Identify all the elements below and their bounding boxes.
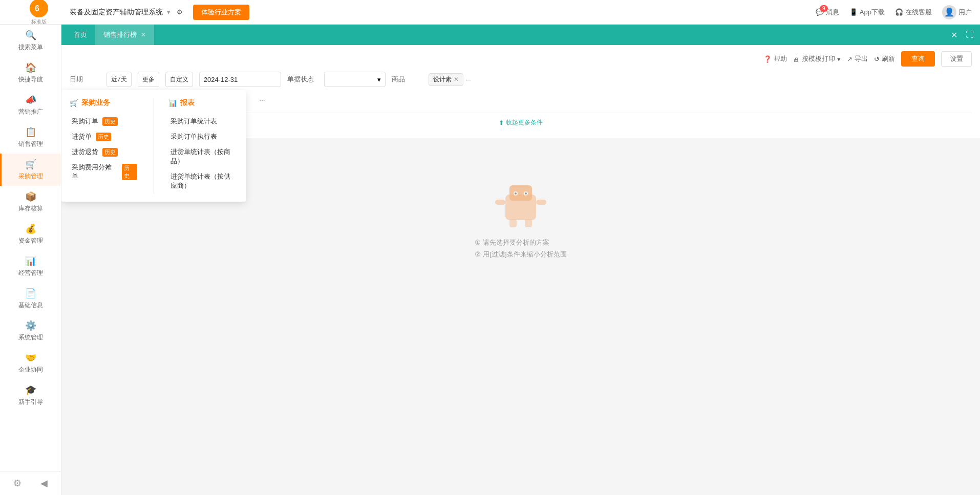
sidebar-label-search-menu: 搜索菜单 — [18, 43, 43, 52]
goods-tag-value: 设计素 — [433, 75, 452, 84]
menu-divider — [154, 98, 154, 193]
menu-item-goods-stat-by-supplier[interactable]: 进货单统计表（按供应商） — [168, 169, 238, 193]
empty-tip-1: 请先选择要分析的方案 — [475, 236, 566, 248]
system-dropdown-arrow[interactable]: ▾ — [167, 8, 171, 16]
tab-bar-resize-icon[interactable]: ⛶ — [964, 28, 976, 41]
date-label: 日期 — [70, 75, 100, 84]
date-more-label: 更多 — [142, 75, 155, 84]
purchase-expense-history[interactable]: 历史 — [122, 164, 137, 180]
trial-button[interactable]: 体验行业方案 — [193, 5, 249, 20]
help-button[interactable]: ❓ 帮助 — [763, 54, 787, 63]
sidebar-item-finance[interactable]: 💰 资金管理 — [0, 218, 61, 250]
menu-item-purchase-order-stat[interactable]: 采购订单统计表 — [168, 114, 238, 129]
tab-close-icon[interactable]: ✕ — [141, 31, 146, 38]
sidebar-label-operations: 经营管理 — [18, 269, 43, 277]
system-mgmt-icon: ⚙️ — [25, 320, 36, 331]
menu-item-goods-stat-by-goods[interactable]: 进货单统计表（按商品） — [168, 144, 238, 169]
sidebar-label-marketing: 营销推广 — [18, 107, 43, 116]
goods-tag-close[interactable]: ✕ — [454, 76, 459, 83]
sidebar-item-new-guide[interactable]: 🎓 新手引导 — [0, 379, 61, 412]
sidebar-settings-btn[interactable]: ⚙ — [11, 476, 24, 491]
document-status-arrow: ▾ — [377, 76, 381, 83]
sidebar-label-quick-nav: 快捷导航 — [18, 75, 43, 84]
phone-icon: 📱 — [849, 8, 858, 16]
print-button[interactable]: 🖨 按模板打印 ▾ — [793, 54, 841, 63]
report-section-title: 📊 报表 — [168, 98, 238, 107]
goods-return-history[interactable]: 历史 — [102, 148, 118, 157]
sidebar-label-basic-info: 基础信息 — [18, 301, 43, 310]
report-section-label: 报表 — [180, 98, 195, 107]
help-icon: ❓ — [763, 55, 772, 63]
refresh-label: 刷新 — [882, 54, 895, 63]
date-shortcut-7days[interactable]: 近7天 — [106, 72, 132, 87]
print-arrow: ▾ — [837, 55, 841, 63]
date-custom-label: 自定义 — [170, 75, 188, 84]
goods-tag[interactable]: 设计素 ✕ — [429, 73, 463, 86]
customer-dots[interactable]: ··· — [260, 96, 265, 104]
tab-home[interactable]: 首页 — [66, 25, 95, 45]
tab-bar-close-icon[interactable]: ✕ — [949, 28, 960, 42]
sidebar-item-search-menu[interactable]: 🔍 搜索菜单 — [0, 25, 61, 57]
system-settings-icon[interactable]: ⚙ — [177, 8, 183, 16]
menu-item-goods-return[interactable]: 进货退货 历史 — [70, 144, 139, 160]
date-value: 2024-12-31 — [204, 76, 238, 83]
svg-rect-10 — [525, 219, 532, 227]
sidebar: 🔍 搜索菜单 🏠 快捷导航 📣 营销推广 📋 销售管理 🛒 采购管理 📦 库存核… — [0, 25, 61, 495]
date-shortcut-more[interactable]: 更多 — [138, 72, 159, 87]
document-status-select[interactable]: ▾ — [324, 72, 386, 87]
sidebar-collapse-btn[interactable]: ◀ — [38, 476, 50, 491]
online-service-item[interactable]: 🎧 在线客服 — [895, 8, 932, 17]
purchase-order-label: 采购订单 — [72, 117, 98, 126]
sidebar-item-basic-info[interactable]: 📄 基础信息 — [0, 283, 61, 315]
operations-icon: 📊 — [25, 255, 36, 267]
purchase-dropdown-menu: 🛒 采购业务 采购订单 历史 进货单 历史 进货退货 历史 — [61, 90, 246, 202]
menu-item-purchase-order[interactable]: 采购订单 历史 — [70, 114, 139, 129]
sidebar-item-marketing[interactable]: 📣 营销推广 — [0, 89, 61, 121]
quick-nav-icon: 🏠 — [25, 62, 36, 73]
purchase-order-history[interactable]: 历史 — [102, 117, 118, 126]
sidebar-item-system-mgmt[interactable]: ⚙️ 系统管理 — [0, 315, 61, 347]
user-item[interactable]: 👤 用户 — [942, 5, 972, 19]
sidebar-item-inventory[interactable]: 📦 库存核算 — [0, 186, 61, 218]
report-section-icon: 📊 — [168, 99, 177, 107]
sidebar-item-operations[interactable]: 📊 经营管理 — [0, 250, 61, 283]
system-title-area: 装备及固定资产辅助管理系统 ▾ ⚙ 体验行业方案 — [70, 5, 816, 20]
collapse-up-icon: ⬆ — [499, 119, 504, 126]
settings-button[interactable]: 设置 — [941, 51, 972, 67]
date-shortcut-custom[interactable]: 自定义 — [165, 72, 193, 87]
top-header: 6 标准版 装备及固定资产辅助管理系统 ▾ ⚙ 体验行业方案 💬 9 消息 📱 … — [0, 0, 980, 25]
user-label: 用户 — [958, 8, 972, 17]
collapse-button[interactable]: ⬆ 收起更多条件 — [499, 115, 543, 130]
menu-item-goods-receipt[interactable]: 进货单 历史 — [70, 129, 139, 144]
purchase-order-stat-label: 采购订单统计表 — [171, 117, 217, 126]
goods-label: 商品 — [392, 75, 422, 84]
export-icon: ↗ — [847, 55, 853, 63]
page-content: ❓ 帮助 🖨 按模板打印 ▾ ↗ 导出 ↺ — [61, 45, 980, 495]
logo-icon: 6 — [30, 0, 48, 17]
sidebar-item-sales-mgmt[interactable]: 📋 销售管理 — [0, 121, 61, 154]
date-input[interactable]: 2024-12-31 — [199, 72, 281, 87]
goods-receipt-history[interactable]: 历史 — [96, 133, 111, 141]
purchase-section: 🛒 采购业务 采购订单 历史 进货单 历史 进货退货 历史 — [70, 98, 139, 193]
notification-item[interactable]: 💬 9 消息 — [816, 8, 839, 17]
sidebar-item-purchase-mgmt[interactable]: 🛒 采购管理 — [0, 154, 61, 186]
export-label: 导出 — [855, 54, 868, 63]
sidebar-item-enterprise-collab[interactable]: 🤝 企业协同 — [0, 347, 61, 379]
menu-item-purchase-expense[interactable]: 采购费用分摊单 历史 — [70, 160, 139, 184]
tab-bar-right: ✕ ⛶ — [949, 28, 976, 42]
customer-filter-area: ··· — [260, 96, 265, 104]
query-button[interactable]: 查询 — [901, 51, 935, 67]
inventory-icon: 📦 — [25, 191, 36, 202]
new-guide-icon: 🎓 — [25, 384, 36, 396]
goods-dots[interactable]: ··· — [465, 76, 471, 83]
system-title: 装备及固定资产辅助管理系统 — [70, 8, 163, 17]
toolbar-right: ❓ 帮助 🖨 按模板打印 ▾ ↗ 导出 ↺ — [763, 51, 972, 67]
tab-bar: 首页 销售排行榜 ✕ ✕ ⛶ — [61, 25, 980, 45]
tab-sales-rank[interactable]: 销售排行榜 ✕ — [95, 25, 154, 45]
sidebar-item-quick-nav[interactable]: 🏠 快捷导航 — [0, 57, 61, 89]
app-download-item[interactable]: 📱 App下载 — [849, 8, 885, 17]
export-button[interactable]: ↗ 导出 — [847, 54, 868, 63]
menu-item-purchase-order-exec[interactable]: 采购订单执行表 — [168, 129, 238, 144]
marketing-icon: 📣 — [25, 94, 36, 105]
refresh-button[interactable]: ↺ 刷新 — [874, 54, 895, 63]
